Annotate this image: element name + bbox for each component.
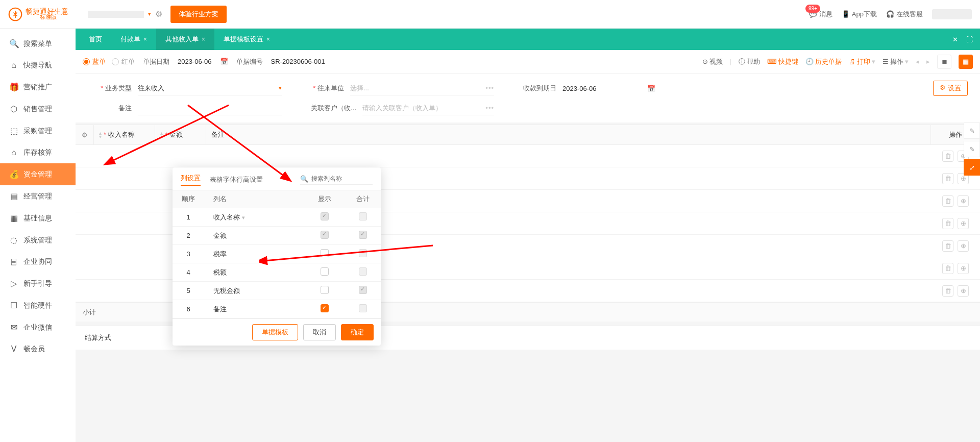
col-amount-header[interactable]: ▴▾ 金额: [155, 125, 206, 144]
red-bill-radio[interactable]: 红单: [112, 57, 135, 66]
sidebar-item[interactable]: 🎁营销推广: [0, 76, 76, 98]
support-link[interactable]: 🎧 在线客服: [886, 10, 923, 19]
fullscreen-icon[interactable]: ⛶: [964, 34, 975, 45]
sidebar-label: 企业协同: [23, 257, 52, 266]
sort-icon: ▴▾: [160, 131, 163, 138]
popup-search-input[interactable]: [311, 175, 373, 182]
history-link[interactable]: 🕘历史单据: [805, 57, 842, 66]
settings-button[interactable]: ⚙ 设置: [933, 81, 968, 96]
delete-icon[interactable]: 🗑: [942, 195, 953, 207]
sidebar-item[interactable]: ▷新手引导: [0, 273, 76, 294]
tab[interactable]: 付款单×: [111, 29, 156, 50]
sidebar-label: 营销推广: [23, 83, 52, 92]
remark-input[interactable]: [138, 101, 282, 115]
checkbox-checked-icon[interactable]: [359, 286, 367, 294]
sidebar-item[interactable]: ⌸企业协同: [0, 251, 76, 273]
phone-icon: 📱: [842, 10, 850, 18]
add-row-icon[interactable]: ⊕: [958, 240, 969, 252]
col-name-header[interactable]: ▴▾ 收入名称: [94, 125, 155, 144]
delete-icon[interactable]: 🗑: [942, 218, 953, 229]
sidebar-item[interactable]: ⌂库存核算: [0, 142, 76, 163]
sidebar-item[interactable]: ▦基础信息: [0, 207, 76, 229]
template-button[interactable]: 单据模板: [252, 324, 298, 340]
unit-field: 往来单位 选择... •••: [300, 81, 494, 96]
sidebar-item[interactable]: 💰资金管理: [0, 163, 76, 185]
checkbox-checked-icon[interactable]: [359, 231, 367, 239]
close-icon[interactable]: ×: [202, 36, 205, 43]
biz-type-select[interactable]: 往来收入 ▾: [138, 81, 282, 95]
settle-method-field[interactable]: 结算方式 ▾: [85, 333, 181, 342]
sidebar-item[interactable]: ☐智能硬件: [0, 294, 76, 316]
operate-link[interactable]: ☰操作▾: [883, 57, 909, 66]
add-row-icon[interactable]: ⊕: [958, 285, 969, 297]
delete-icon[interactable]: 🗑: [942, 151, 953, 162]
calendar-icon[interactable]: 📅: [220, 58, 228, 65]
tab[interactable]: 单据模板设置×: [214, 29, 279, 50]
related-customer-input[interactable]: 请输入关联客户（收入单） •••: [362, 101, 494, 115]
checkbox-icon[interactable]: [321, 286, 329, 294]
app-download-link[interactable]: 📱 App下载: [842, 10, 877, 19]
delete-icon[interactable]: 🗑: [942, 173, 953, 184]
sort-icon: ▴▾: [99, 131, 102, 138]
table-row[interactable]: 🗑 ⊕: [76, 145, 980, 167]
checkbox-checked-icon[interactable]: [321, 212, 329, 220]
trial-button[interactable]: 体验行业方案: [170, 6, 227, 23]
sidebar-item[interactable]: ✉企业微信: [0, 316, 76, 338]
bill-date-value[interactable]: 2023-06-06: [178, 58, 212, 65]
calendar-icon[interactable]: 📅: [647, 85, 655, 92]
blue-bill-radio[interactable]: 蓝单: [83, 57, 106, 66]
card-view-icon[interactable]: ▦: [959, 55, 973, 69]
messages-link[interactable]: 💬 消息 99+: [809, 10, 832, 19]
sidebar-item[interactable]: ▤经营管理: [0, 185, 76, 207]
messages-badge: 99+: [805, 5, 820, 13]
column-settings-button[interactable]: ⚙: [76, 125, 94, 144]
tab[interactable]: 其他收入单×: [156, 29, 214, 50]
sidebar-item[interactable]: ⌂快捷导航: [0, 55, 76, 76]
list-view-icon[interactable]: ≣: [937, 55, 951, 69]
org-selector[interactable]: ▾ ⚙: [88, 9, 162, 19]
chevron-down-icon: ▾: [872, 58, 875, 65]
unit-select[interactable]: 选择... •••: [350, 81, 494, 95]
close-all-icon[interactable]: ✕: [950, 34, 960, 45]
sidebar-item[interactable]: ⬚采购管理: [0, 120, 76, 142]
popup-tab-columns[interactable]: 列设置: [181, 174, 201, 186]
add-row-icon[interactable]: ⊕: [958, 218, 969, 229]
print-link[interactable]: 🖨打印▾: [849, 57, 875, 66]
prev-icon[interactable]: ◂: [916, 58, 919, 65]
delete-icon[interactable]: 🗑: [942, 240, 953, 252]
float-tool-expand[interactable]: ⤢: [964, 159, 980, 176]
delete-icon[interactable]: 🗑: [942, 263, 953, 274]
float-tool-2[interactable]: ✎: [964, 141, 980, 157]
close-icon[interactable]: ×: [143, 36, 147, 43]
popup-th-display: 显示: [304, 190, 346, 208]
due-label: 收款到期日: [512, 84, 556, 93]
sidebar-item[interactable]: ⬡销售管理: [0, 98, 76, 120]
print-icon: 🖨: [849, 58, 855, 65]
video-link[interactable]: ⊙视频: [702, 57, 723, 66]
checkbox-icon[interactable]: [321, 249, 329, 257]
delete-icon[interactable]: 🗑: [942, 285, 953, 297]
tab[interactable]: 首页: [80, 29, 111, 50]
avatar[interactable]: [932, 9, 972, 19]
float-tool-1[interactable]: ✎: [964, 122, 980, 139]
col-note-header[interactable]: 备注: [206, 125, 931, 144]
due-date-input[interactable]: 2023-06-06 📅: [562, 81, 655, 95]
radio-checked-icon: [83, 58, 90, 65]
checkbox-checked-icon[interactable]: [321, 231, 329, 239]
add-row-icon[interactable]: ⊕: [958, 263, 969, 274]
cancel-button[interactable]: 取消: [303, 324, 336, 340]
confirm-button[interactable]: 确定: [341, 324, 374, 340]
sidebar-item[interactable]: ◌系统管理: [0, 229, 76, 251]
help-link[interactable]: ⓘ帮助: [739, 57, 760, 66]
sidebar-item[interactable]: 🔍搜索菜单: [0, 33, 76, 55]
sidebar-item[interactable]: V畅会员: [0, 338, 76, 360]
next-icon[interactable]: ▸: [926, 58, 930, 65]
gear-icon[interactable]: ⚙: [155, 9, 162, 19]
shortcut-link[interactable]: ⌨快捷键: [767, 57, 798, 66]
add-row-icon[interactable]: ⊕: [958, 195, 969, 207]
popup-tab-font[interactable]: 表格字体行高设置: [210, 175, 263, 184]
row-ops: 🗑 ⊕: [931, 240, 980, 252]
checkbox-icon[interactable]: [321, 267, 329, 276]
checkbox-checked-icon[interactable]: [321, 304, 329, 312]
close-icon[interactable]: ×: [266, 36, 270, 43]
